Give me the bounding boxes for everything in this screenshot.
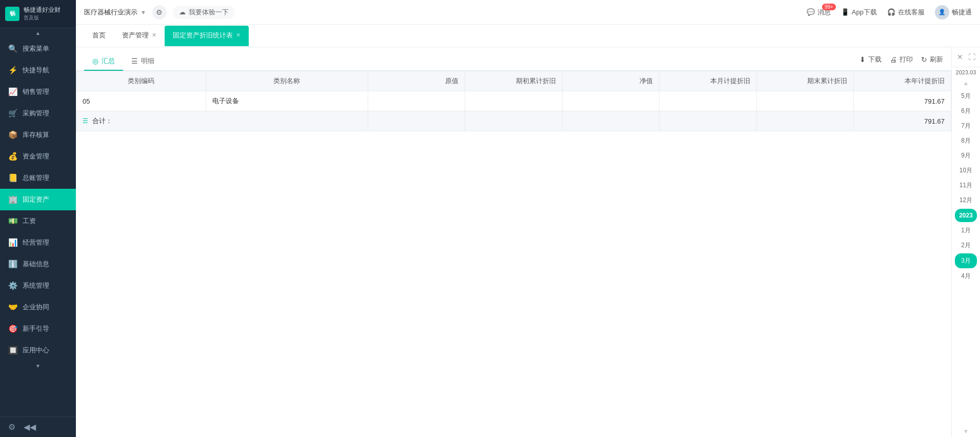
close-panel-btn[interactable]: ✕ [955,51,965,63]
panel-month-9[interactable]: 9月 [952,148,980,163]
sidebar-bottom: ⚙ ◀◀ [0,416,76,437]
inner-tab-summary[interactable]: ◎ 汇总 [84,52,123,71]
sidebar-settings-icon[interactable]: ⚙ [8,422,15,432]
main-content: 医疗器械行业演示 ▼ ⚙ ☁ 我要体验一下 💬 消息 99+ 📱 App下载 🎧… [76,0,980,437]
guide-icon: 🎯 [8,324,17,333]
sidebar-item-basic-info[interactable]: ℹ️ 基础信息 [0,253,76,275]
row-beginning-dep [465,91,563,111]
panel-month-10[interactable]: 10月 [952,163,980,178]
tab-home[interactable]: 首页 [84,26,114,46]
experience-btn[interactable]: ☁ 我要体验一下 [173,6,235,19]
sidebar-item-funds[interactable]: 💰 资金管理 [0,146,76,167]
panel-month-4[interactable]: 4月 [952,269,980,284]
panel-year-label: 2023.03 [952,67,980,77]
refresh-btn[interactable]: ↻ 刷新 [921,55,943,64]
summary-row: ☰ 合计： 791.67 [76,111,951,131]
sidebar-item-ledger[interactable]: 📒 总账管理 [0,167,76,189]
inner-tab-detail[interactable]: ☰ 明细 [123,52,163,71]
row-original-value [368,91,465,111]
sidebar-item-payroll[interactable]: 💵 工资 [0,210,76,232]
company-selector[interactable]: 医疗器械行业演示 ▼ [84,8,146,17]
panel-month-3[interactable]: 3月 [955,253,977,268]
sidebar-item-search[interactable]: 🔍 搜索菜单 [0,38,76,59]
expand-panel-btn[interactable]: ⛶ [967,51,977,63]
topbar-settings-btn[interactable]: ⚙ [152,5,167,19]
panel-year-badge[interactable]: 2023 [955,209,977,222]
avatar: 👤 [935,5,949,19]
summary-tab-icon: ◎ [92,57,98,65]
sidebar-item-guide[interactable]: 🎯 新手引导 [0,318,76,340]
panel-scroll-down-btn[interactable]: ▼ [952,426,980,437]
col-header-original: 原值 [368,71,465,91]
sidebar-item-operations[interactable]: 📊 经营管理 [0,232,76,253]
sidebar-item-system[interactable]: ⚙️ 系统管理 [0,275,76,296]
inner-tabs: ◎ 汇总 ☰ 明细 ⬇ 下载 🖨 打印 [76,47,951,71]
app-logo-icon: 畅 [5,7,19,21]
panel-scroll-up-btn[interactable]: ▲ [952,77,980,89]
headset-icon: 🎧 [887,8,895,16]
download-btn[interactable]: ⬇ 下载 [859,55,882,64]
sidebar-item-app-center[interactable]: 🔲 应用中心 [0,340,76,361]
col-header-monthly-dep: 本月计提折旧 [659,71,757,91]
depreciation-table: 类别编码 类别名称 原值 期初累计折旧 净值 本月计提折旧 期末累计折旧 本年计… [76,71,951,131]
company-name: 医疗器械行业演示 [84,8,137,17]
sidebar-item-enterprise[interactable]: 🤝 企业协同 [0,296,76,318]
app-download-btn[interactable]: 📱 App下载 [841,8,877,17]
tab-depreciation-close-btn[interactable]: ✕ [236,32,241,38]
operations-icon: 📊 [8,238,17,247]
app-center-icon: 🔲 [8,346,17,355]
summary-beginning-dep [465,111,563,131]
row-annual-dep: 791.67 [854,91,951,111]
scroll-up-btn[interactable]: ▲ [35,30,41,36]
sidebar-item-sales[interactable]: 📈 销售管理 [0,81,76,103]
col-header-ending-dep: 期末累计折旧 [756,71,854,91]
panel-month-6[interactable]: 6月 [952,104,980,118]
row-code: 05 [76,91,206,111]
system-icon: ⚙️ [8,281,17,290]
settings-icon: ⚙ [156,8,163,16]
content-area: ◎ 汇总 ☰ 明细 ⬇ 下载 🖨 打印 [76,47,980,437]
online-support-btn[interactable]: 🎧 在线客服 [887,8,925,17]
enterprise-icon: 🤝 [8,303,17,312]
sales-icon: 📈 [8,87,17,96]
messages-btn[interactable]: 💬 消息 99+ [807,8,831,17]
sidebar-collapse-icon[interactable]: ◀◀ [24,422,36,432]
message-badge: 99+ [822,4,836,10]
sidebar-item-fixed-assets[interactable]: 🏢 固定资产 [0,189,76,210]
tab-depreciation-report[interactable]: 固定资产折旧统计表 ✕ [165,26,249,46]
message-icon: 💬 [807,8,815,16]
sidebar-item-quick-nav[interactable]: ⚡ 快捷导航 [0,59,76,81]
cloud-icon: ☁ [179,8,186,16]
panel-month-11[interactable]: 11月 [952,178,980,193]
funds-icon: 💰 [8,152,17,161]
summary-icon: ☰ [83,117,88,125]
panel-month-2[interactable]: 2月 [952,238,980,253]
col-header-beginning-dep: 期初累计折旧 [465,71,563,91]
col-header-code: 类别编码 [76,71,206,91]
panel-month-7[interactable]: 7月 [952,118,980,133]
panel-month-8[interactable]: 8月 [952,133,980,148]
fixed-assets-icon: 🏢 [8,195,17,204]
table-wrapper: 类别编码 类别名称 原值 期初累计折旧 净值 本月计提折旧 期末累计折旧 本年计… [76,71,951,437]
payroll-icon: 💵 [8,216,17,226]
basic-info-icon: ℹ️ [8,260,17,269]
summary-label: ☰ 合计： [76,111,368,131]
sidebar-item-inventory[interactable]: 📦 库存核算 [0,124,76,146]
user-profile-btn[interactable]: 👤 畅捷通 [935,5,972,19]
topbar-right: 💬 消息 99+ 📱 App下载 🎧 在线客服 👤 畅捷通 [807,5,972,19]
tab-asset-close-btn[interactable]: ✕ [152,32,156,38]
panel-month-5[interactable]: 5月 [952,89,980,104]
tab-asset-management[interactable]: 资产管理 ✕ [114,26,165,46]
col-header-name: 类别名称 [206,71,368,91]
panel-month-12[interactable]: 12月 [952,193,980,208]
sidebar-item-purchase[interactable]: 🛒 采购管理 [0,103,76,124]
print-btn[interactable]: 🖨 打印 [890,55,913,64]
tabs-bar: 首页 资产管理 ✕ 固定资产折旧统计表 ✕ [76,25,980,47]
inventory-icon: 📦 [8,130,17,140]
scroll-down-btn[interactable]: ▼ [35,363,41,369]
panel-month-1[interactable]: 1月 [952,223,980,238]
summary-annual-dep: 791.67 [854,111,951,131]
row-monthly-dep [659,91,757,111]
download-icon: ⬇ [859,55,866,64]
summary-net-value [562,111,659,131]
